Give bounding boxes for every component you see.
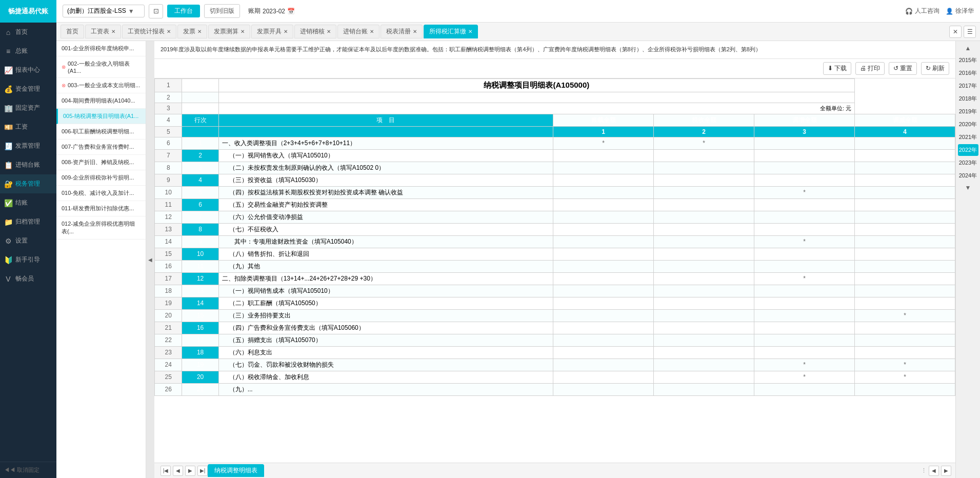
- sidebar-nav: ⌂ 首页 ≡ 总账 📈 报表中心 💰 资金管理 🏢 固定资产 💴 工资 🧾 发票…: [0, 23, 56, 462]
- left-panel-item-003[interactable]: ⊗ 003-一般企业成本支出明细...: [56, 78, 146, 93]
- sidebar-item-report[interactable]: 📈 报表中心: [0, 61, 56, 79]
- year-2021[interactable]: 2021年: [958, 131, 978, 143]
- tab-invoice-in[interactable]: 进销稽核 ✕: [294, 25, 336, 38]
- download-button[interactable]: ⬇ 下载: [823, 62, 851, 75]
- sidebar-item-closing[interactable]: ✅ 结账: [0, 193, 56, 212]
- table-row: 3 全额单位: 元: [155, 103, 955, 114]
- spreadsheet-area[interactable]: 1 纳税调整项目明细表(A105000) 2: [154, 78, 955, 463]
- sidebar-item-member[interactable]: V 畅会员: [0, 269, 56, 288]
- left-panel-item-005[interactable]: 005-纳税调整项目明细表(A1...: [56, 109, 146, 124]
- bottom-tab-sheet1[interactable]: 纳税调整明细表: [208, 464, 264, 477]
- tab-invoice-open[interactable]: 发票开具 ✕: [251, 25, 293, 38]
- table-row: 105 （四）按权益法核算长期股权投资对初始投资成本调整 确认收益 *: [155, 186, 955, 198]
- sidebar-item-label: 首页: [15, 28, 28, 36]
- tab-tax-clear[interactable]: 税表清册 ✕: [381, 25, 423, 38]
- left-panel-item-002[interactable]: ⊗ 002-一般企业收入明细表(A1...: [56, 56, 146, 78]
- table-row: 72 （一）视同销售收入（填写A105010）: [155, 149, 955, 162]
- tab-invoice-calc-close[interactable]: ✕: [241, 29, 245, 34]
- tab-payroll[interactable]: 工资表 ✕: [85, 25, 121, 38]
- tab-invoice-close[interactable]: ✕: [197, 29, 202, 34]
- sidebar-item-label: 税务管理: [15, 180, 40, 188]
- topbar: (勿删）江西股金-LSS ▼ ⊡ 工作台 切到旧版 账期 2023-02 📅 🎧…: [56, 0, 980, 23]
- sidebar-item-invoice-ledger[interactable]: 📋 进销台账: [0, 155, 56, 174]
- sidebar-item-guide[interactable]: 🔰 新手引导: [0, 250, 56, 269]
- sidebar-item-archive[interactable]: 📁 归档管理: [0, 212, 56, 231]
- sheet-nav-first[interactable]: |◀: [161, 466, 171, 476]
- service-btn[interactable]: 🎧 人工咨询: [905, 7, 939, 15]
- old-version-button[interactable]: 切到旧版: [204, 4, 240, 18]
- tab-invoice-in-close[interactable]: ✕: [327, 29, 331, 34]
- year-2017[interactable]: 2017年: [958, 80, 978, 92]
- table-row: 116 （五）交易性金融资产初始投资调整: [155, 198, 955, 211]
- panel-toggle[interactable]: ◀: [146, 41, 154, 478]
- tab-payroll-stat-close[interactable]: ✕: [167, 29, 171, 34]
- table-row: 2116 （四）广告费和业务宣传费支出（填写A105060）: [155, 322, 955, 334]
- year-2023[interactable]: 2023年: [958, 157, 978, 169]
- left-panel-item-009[interactable]: 009-企业所得税弥补亏损明...: [56, 170, 146, 186]
- left-panel-item-008[interactable]: 008-资产折旧、摊销及纳税...: [56, 155, 146, 170]
- left-panel-item-012[interactable]: 012-减免企业所得税优惠明细表(...: [56, 216, 146, 240]
- tab-invoice-open-close[interactable]: ✕: [284, 29, 288, 34]
- left-panel-item-011[interactable]: 011-研发费用加计扣除优惠...: [56, 201, 146, 216]
- year-up-btn[interactable]: ▲: [958, 43, 978, 53]
- workbench-button[interactable]: 工作台: [167, 5, 200, 17]
- year-2024[interactable]: 2024年: [958, 170, 978, 182]
- tab-tax-clear-close[interactable]: ✕: [413, 29, 417, 34]
- tab-income-tax-label: 所得税汇算缴: [429, 27, 466, 36]
- settings-icon: ⚙: [4, 237, 12, 245]
- tab-close-all[interactable]: ✕: [949, 26, 962, 38]
- refresh-button[interactable]: ↻ 刷新: [921, 62, 949, 75]
- table-row: 2015 （三）业务招待要支出 *: [155, 309, 955, 322]
- year-2018[interactable]: 2018年: [958, 93, 978, 105]
- year-down-btn[interactable]: ▼: [958, 183, 978, 193]
- sidebar-item-label: 设置: [15, 236, 28, 245]
- left-panel-item-006[interactable]: 006-职工薪酬纳税调整明细...: [56, 124, 146, 140]
- sidebar-item-home[interactable]: ⌂ 首页: [0, 23, 56, 42]
- left-panel-item-007[interactable]: 007-广告费和业务宣传费时...: [56, 140, 146, 155]
- topbar-icon-btn[interactable]: ⊡: [149, 4, 163, 18]
- tab-invoice-calc-label: 发票测算: [214, 27, 238, 36]
- tab-home[interactable]: 首页: [61, 25, 84, 38]
- tab-invoice-ledger-close[interactable]: ✕: [370, 29, 374, 34]
- year-2019[interactable]: 2019年: [958, 106, 978, 117]
- left-panel-item-010[interactable]: 010-免税、减计收入及加计...: [56, 186, 146, 201]
- year-2015[interactable]: 2015年: [958, 54, 978, 66]
- sidebar-item-assets[interactable]: 💰 资金管理: [0, 79, 56, 98]
- sidebar-item-invoice-mgr[interactable]: 🧾 发票管理: [0, 136, 56, 155]
- sidebar-item-payroll[interactable]: 💴 工资: [0, 117, 56, 136]
- sidebar-item-ledger[interactable]: ≡ 总账: [0, 42, 56, 61]
- tab-menu[interactable]: ☰: [964, 26, 976, 38]
- row-num: 4: [155, 114, 182, 126]
- tab-invoice-ledger-label: 进销台账: [343, 27, 368, 36]
- sidebar-item-fixed[interactable]: 🏢 固定资产: [0, 98, 56, 117]
- year-2016[interactable]: 2016年: [958, 67, 978, 79]
- sheet-nav-next[interactable]: ▶: [185, 466, 195, 476]
- year-2020[interactable]: 2020年: [958, 118, 978, 130]
- tab-payroll-stat[interactable]: 工资统计报表 ✕: [122, 25, 176, 38]
- tab-income-tax[interactable]: 所得税汇算缴 ✕: [424, 25, 478, 38]
- sidebar-item-tax[interactable]: 🔐 税务管理: [0, 174, 56, 193]
- print-button[interactable]: 🖨 打印: [855, 62, 885, 75]
- sidebar-item-label: 归档管理: [15, 217, 40, 226]
- main-content: 2019年度涉及取以前年度继续数据的申报表单元格需要手工维护正确，才能保证本年及…: [154, 41, 980, 478]
- tab-invoice-ledger[interactable]: 进销台账 ✕: [337, 25, 379, 38]
- reset-button[interactable]: ↺ 重置: [889, 62, 917, 75]
- payroll-icon: 💴: [4, 123, 12, 131]
- tab-income-tax-close[interactable]: ✕: [468, 29, 472, 34]
- user-avatar[interactable]: 👤 徐泽华: [946, 7, 974, 15]
- sheet-nav-last[interactable]: ▶|: [197, 466, 208, 476]
- horizontal-scroll-right[interactable]: ▶: [941, 466, 951, 476]
- sheet-nav-prev[interactable]: ◀: [173, 466, 183, 476]
- sidebar-item-settings[interactable]: ⚙ 设置: [0, 231, 56, 250]
- tab-invoice-calc[interactable]: 发票测算 ✕: [208, 25, 250, 38]
- left-panel-item-001[interactable]: 001-企业所得税年度纳税申...: [56, 41, 146, 56]
- company-selector[interactable]: (勿删）江西股金-LSS ▼: [63, 5, 145, 17]
- left-panel-item-004[interactable]: 004-期间费用明细表(A1040...: [56, 93, 146, 109]
- tab-invoice[interactable]: 发票 ✕: [177, 25, 207, 38]
- year-2022[interactable]: 2022年: [958, 144, 978, 156]
- tab-payroll-close[interactable]: ✕: [111, 29, 115, 34]
- table-row: 1914 （二）职工薪酬（填写A105050）: [155, 297, 955, 309]
- horizontal-scroll-left[interactable]: ◀: [929, 466, 939, 476]
- title-cell: 纳税调整项目明细表(A105000): [218, 78, 854, 92]
- sidebar-unpin[interactable]: ◀◀ 取消固定: [0, 462, 56, 478]
